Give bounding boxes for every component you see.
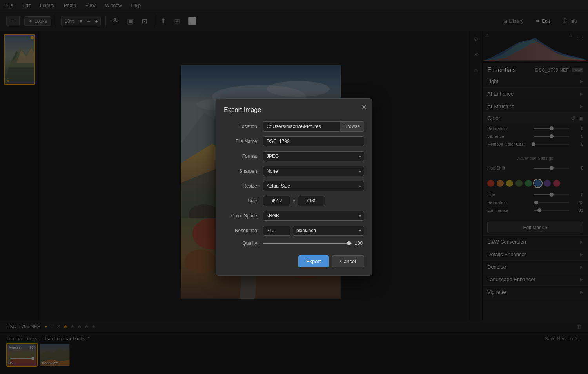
quality-value: 100 <box>355 240 364 246</box>
resolution-unit-wrapper: pixel/inch pixel/cm ▾ <box>293 226 364 236</box>
size-height-input[interactable] <box>298 196 325 206</box>
export-btn[interactable]: Export <box>298 255 329 267</box>
filename-row: File Name: <box>224 136 364 146</box>
modal-footer: Export Cancel <box>224 255 364 267</box>
export-dialog: Export Image ✕ Location: Browse File Nam… <box>216 98 372 276</box>
resolution-input[interactable] <box>263 226 290 236</box>
size-label: Size: <box>224 198 263 204</box>
location-input-group: Browse <box>263 121 364 132</box>
size-inputs: x <box>263 196 364 206</box>
location-input[interactable] <box>263 121 340 132</box>
size-row: Size: x <box>224 196 364 206</box>
cancel-btn[interactable]: Cancel <box>332 255 364 267</box>
colorspace-select-wrapper: sRGB AdobeRGB ProPhoto RGB ▾ <box>263 211 364 221</box>
format-select-wrapper: JPEG PNG TIFF ▾ <box>263 151 364 161</box>
sharpen-label: Sharpen: <box>224 168 263 174</box>
format-row: Format: JPEG PNG TIFF ▾ <box>224 151 364 161</box>
location-row: Location: Browse <box>224 121 364 132</box>
location-label: Location: <box>224 124 263 129</box>
quality-thumb <box>347 241 351 245</box>
filename-input[interactable] <box>263 136 364 146</box>
resize-row: Resize: Actual Size Custom Long Edge Sho… <box>224 181 364 191</box>
quality-label: Quality: <box>224 240 263 246</box>
format-select[interactable]: JPEG PNG TIFF <box>263 151 364 161</box>
size-x-label: x <box>293 198 295 204</box>
resize-select-wrapper: Actual Size Custom Long Edge Short Edge … <box>263 181 364 191</box>
resize-select[interactable]: Actual Size Custom Long Edge Short Edge <box>263 181 364 191</box>
colorspace-label: Color Space: <box>224 213 263 219</box>
modal-close-btn[interactable]: ✕ <box>361 104 367 110</box>
resolution-group: pixel/inch pixel/cm ▾ <box>263 226 364 236</box>
quality-slider-container: 100 <box>263 240 364 246</box>
colorspace-row: Color Space: sRGB AdobeRGB ProPhoto RGB … <box>224 211 364 221</box>
quality-slider[interactable] <box>263 243 352 244</box>
resolution-label: Resolution: <box>224 228 263 233</box>
modal-title: Export Image <box>224 107 364 114</box>
quality-row: Quality: 100 <box>224 240 364 246</box>
colorspace-select[interactable]: sRGB AdobeRGB ProPhoto RGB <box>263 211 364 221</box>
sharpen-select[interactable]: None Low Medium High <box>263 166 364 176</box>
resolution-row: Resolution: pixel/inch pixel/cm ▾ <box>224 226 364 236</box>
sharpen-row: Sharpen: None Low Medium High ▾ <box>224 166 364 176</box>
sharpen-select-wrapper: None Low Medium High ▾ <box>263 166 364 176</box>
resolution-unit-select[interactable]: pixel/inch pixel/cm <box>293 226 364 236</box>
modal-overlay: Export Image ✕ Location: Browse File Nam… <box>0 0 588 374</box>
format-label: Format: <box>224 154 263 159</box>
browse-btn[interactable]: Browse <box>340 121 364 132</box>
filename-label: File Name: <box>224 139 263 144</box>
resize-label: Resize: <box>224 183 263 189</box>
size-width-input[interactable] <box>263 196 290 206</box>
